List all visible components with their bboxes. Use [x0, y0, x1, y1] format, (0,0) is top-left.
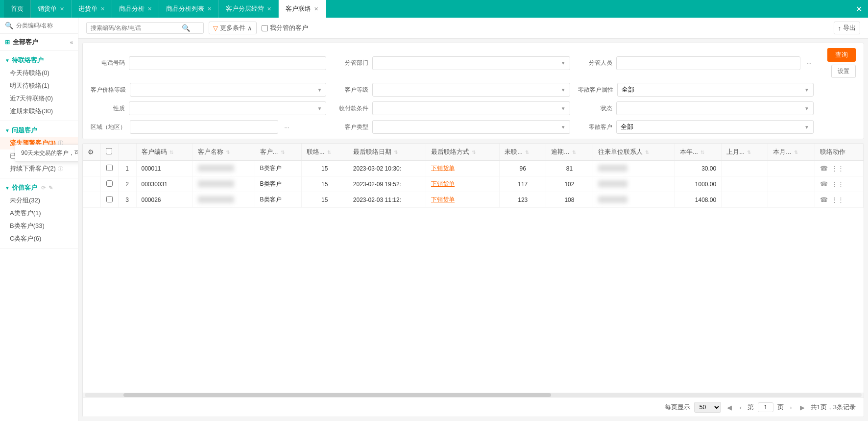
dept-select[interactable]: ▼ — [372, 56, 570, 70]
last-page-button[interactable]: ▶ — [798, 403, 807, 412]
td-num-2: 2 — [118, 176, 136, 192]
more-action-icon-3[interactable]: ⋮⋮ — [831, 196, 844, 203]
row-checkbox-2[interactable] — [106, 180, 113, 187]
nav-home[interactable]: 首页 — [4, 0, 31, 18]
sidebar-group-pending-title[interactable]: ▼ 待联络客户 — [0, 54, 78, 67]
close-purchase-icon[interactable]: ✕ — [100, 6, 105, 12]
select-all-checkbox[interactable] — [106, 148, 112, 154]
contact-action-icon-3[interactable]: ☎ — [820, 196, 828, 203]
nav-sales[interactable]: 销货单 ✕ — [31, 0, 72, 18]
phone-label: 电话号码 — [91, 59, 125, 67]
table-settings-icon[interactable]: ⚙ — [88, 148, 94, 156]
customer-type-select[interactable]: ▼ — [372, 120, 570, 134]
sidebar-group-value-title[interactable]: ▼ 价值客户 ⟳ ✎ — [0, 181, 78, 194]
next-page-button[interactable]: › — [788, 403, 794, 412]
refresh-icon[interactable]: ⟳ — [41, 185, 46, 191]
price-grade-select[interactable]: ▼ — [130, 83, 326, 97]
content-area: 🔍 ▽ 更多条件 ∧ 我分管的客户 ↑ 导出 电话号码 — [78, 18, 868, 421]
page-number-input[interactable] — [758, 402, 773, 412]
sidebar-all-customers[interactable]: ⊞ 全部客户 « — [0, 34, 78, 51]
query-button[interactable]: 查询 — [827, 48, 856, 62]
row-checkbox-1[interactable] — [106, 165, 113, 171]
nav-customer-contact[interactable]: 客户联络 ✕ — [279, 0, 326, 18]
td-checkbox-3 — [100, 192, 118, 208]
th-this-month[interactable]: 本月... ⇅ — [768, 144, 815, 161]
sidebar-item-ungrouped[interactable]: 未分组(32) — [0, 194, 78, 207]
edit-icon[interactable]: ✎ — [48, 185, 53, 191]
close-customer-tier-icon[interactable]: ✕ — [267, 6, 271, 12]
more-filter-button[interactable]: ▽ 更多条件 ∧ — [209, 22, 257, 34]
retail-attr-select[interactable]: 全部 ▼ — [617, 83, 814, 97]
close-goods-analysis-icon[interactable]: ✕ — [147, 6, 152, 12]
scrollbar-thumb[interactable] — [123, 393, 551, 397]
th-uncontacted[interactable]: 未联... ⇅ — [500, 144, 546, 161]
th-contact[interactable]: 联络... ⇅ — [301, 144, 348, 161]
region-dots[interactable]: ··· — [282, 124, 291, 131]
table-scroll[interactable]: ⚙ 客户编码 ⇅ 客户名称 — [83, 144, 864, 393]
td-method-2[interactable]: 下销货单 — [426, 176, 500, 192]
my-customers-checkbox[interactable] — [262, 25, 268, 31]
sidebar-item-b-class[interactable]: B类客户(33) — [0, 220, 78, 232]
manager-select[interactable] — [616, 56, 800, 70]
sort-code-icon: ⇅ — [169, 149, 173, 155]
th-this-year[interactable]: 本年... ⇅ — [675, 144, 722, 161]
payment-select[interactable]: ▼ — [372, 101, 570, 115]
first-page-button[interactable]: ◀ — [725, 403, 734, 412]
sidebar-item-7days[interactable]: 近7天待联络(0) — [0, 92, 78, 105]
per-page-select[interactable]: 50 20 100 — [694, 402, 721, 413]
nav-purchase[interactable]: 进货单 ✕ — [72, 0, 112, 18]
sidebar-item-a-class[interactable]: A类客户(1) — [0, 207, 78, 220]
th-last-contact-method[interactable]: 最后联络方式 ⇅ — [426, 144, 500, 161]
export-button[interactable]: ↑ 导出 — [834, 22, 861, 34]
nav-customer-tier[interactable]: 客户分层经营 ✕ — [219, 0, 279, 18]
td-num-1: 1 — [118, 161, 136, 176]
close-all-button[interactable]: ✕ — [854, 2, 864, 16]
sidebar-item-declining[interactable]: 持续下滑客户(2) ⓘ — [0, 162, 78, 175]
sidebar-item-c-class[interactable]: C类客户(6) — [0, 232, 78, 245]
nav-goods-analysis-list[interactable]: 商品分析列表 ✕ — [159, 0, 219, 18]
sidebar-item-today[interactable]: 今天待联络(0) — [0, 67, 78, 79]
td-uncontacted-1: 96 — [500, 161, 546, 176]
td-method-1[interactable]: 下销货单 — [426, 161, 500, 176]
th-last-contact-date[interactable]: 最后联络日期 ⇅ — [348, 144, 426, 161]
more-action-icon-1[interactable]: ⋮⋮ — [831, 165, 844, 172]
my-customers-checkbox-wrap: 我分管的客户 — [262, 24, 308, 32]
customer-grade-select[interactable]: ▼ — [372, 83, 570, 97]
th-customer-type[interactable]: 客户... ⇅ — [255, 144, 301, 161]
horizontal-scrollbar[interactable] — [83, 393, 864, 397]
td-uncontacted-2: 117 — [500, 176, 546, 192]
th-overdue[interactable]: 逾期... ⇅ — [546, 144, 593, 161]
search-input[interactable] — [91, 25, 179, 31]
row-checkbox-3[interactable] — [106, 196, 113, 202]
status-select[interactable]: ▼ — [616, 101, 814, 115]
th-contact-person[interactable]: 往来单位联系人 ⇅ — [593, 144, 675, 161]
sidebar-item-tomorrow[interactable]: 明天待联络(1) — [0, 79, 78, 92]
region-input[interactable] — [130, 120, 278, 134]
sort-uncontacted-icon: ⇅ — [525, 149, 529, 155]
td-overdue-3: 108 — [546, 192, 593, 208]
close-customer-contact-icon[interactable]: ✕ — [314, 6, 318, 12]
sort-name-icon: ⇅ — [226, 149, 230, 155]
close-goods-analysis-list-icon[interactable]: ✕ — [207, 6, 212, 12]
retail-customer-select[interactable]: 全部 ▼ — [616, 120, 814, 134]
th-name[interactable]: 客户名称 ⇅ — [193, 144, 255, 161]
nature-label: 性质 — [91, 104, 125, 113]
manager-dots[interactable]: ··· — [804, 59, 814, 67]
th-code[interactable]: 客户编码 ⇅ — [136, 144, 193, 161]
td-empty3 — [83, 192, 100, 208]
sidebar-search-input[interactable] — [16, 22, 78, 29]
close-sales-icon[interactable]: ✕ — [60, 6, 64, 12]
nature-select[interactable]: ▼ — [129, 101, 326, 115]
sidebar-group-problem-title[interactable]: ▼ 问题客户 — [0, 124, 78, 137]
th-last-month[interactable]: 上月... ⇅ — [722, 144, 768, 161]
more-action-icon-2[interactable]: ⋮⋮ — [831, 180, 844, 188]
td-method-3[interactable]: 下销货单 — [426, 192, 500, 208]
sidebar-item-overdue[interactable]: 逾期未联络(30) — [0, 105, 78, 118]
nav-goods-analysis[interactable]: 商品分析 ✕ — [112, 0, 159, 18]
contact-action-icon-1[interactable]: ☎ — [820, 165, 828, 172]
settings-button[interactable]: 设置 — [831, 65, 856, 78]
search-submit-icon[interactable]: 🔍 — [182, 24, 190, 32]
prev-page-button[interactable]: ‹ — [738, 403, 744, 412]
phone-input[interactable] — [129, 56, 326, 70]
contact-action-icon-2[interactable]: ☎ — [820, 180, 828, 188]
